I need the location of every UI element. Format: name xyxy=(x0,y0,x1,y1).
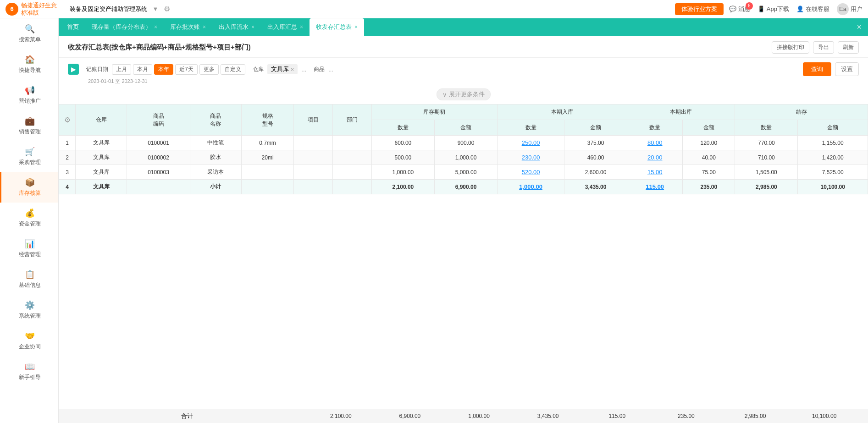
row-goods-name: 小计 xyxy=(190,180,241,194)
tab-stock-dist-close[interactable]: × xyxy=(154,24,157,30)
tab-recv-send-summary[interactable]: 收发存汇总表 × xyxy=(310,18,364,36)
out-qty-link[interactable]: 20.00 xyxy=(647,154,663,161)
row-in-qty: 1,000.00 xyxy=(498,180,564,194)
content-area: 首页 现存量（库存分布表） × 库存批次账 × 出入库流水 × 出入库汇总 × … xyxy=(59,18,868,423)
refresh-button[interactable]: 刷新 xyxy=(838,41,859,54)
table-settings-icon[interactable]: ⚙ xyxy=(64,116,71,124)
row-opening-qty: 2,100.00 xyxy=(371,180,434,194)
date-btn-last-month[interactable]: 上月 xyxy=(112,64,131,75)
col-closing-header: 结存 xyxy=(735,104,868,120)
system-info: 装备及固定资产辅助管理系统 ▼ ⚙ xyxy=(70,5,669,14)
in-qty-link[interactable]: 230.00 xyxy=(522,154,540,161)
row-out-qty: 15.00 xyxy=(627,165,683,180)
app-download-item[interactable]: 📱 App下载 xyxy=(757,5,789,13)
user-item[interactable]: Ea 用户 xyxy=(837,3,862,15)
sidebar-item-enterprise[interactable]: 🤝 企业协同 xyxy=(0,325,58,356)
tab-batch-ledger-close[interactable]: × xyxy=(203,24,206,30)
goods-filter-label: 商品 xyxy=(314,66,325,73)
filter-toggle-btn[interactable]: ▶ xyxy=(68,64,79,75)
tab-home[interactable]: 首页 xyxy=(61,18,85,36)
row-goods-spec: 20ml xyxy=(242,150,294,165)
in-qty-link[interactable]: 520.00 xyxy=(522,169,540,176)
main-layout: 🔍 搜索菜单 🏠 快捷导航 📢 营销推广 💼 销售管理 🛒 采购管理 📦 库存核… xyxy=(0,18,868,423)
date-btn-this-month[interactable]: 本月 xyxy=(133,64,152,75)
user-avatar: Ea xyxy=(837,3,849,15)
row-out-qty: 80.00 xyxy=(627,136,683,150)
sidebar-item-finance[interactable]: 💰 资金管理 xyxy=(0,203,58,233)
export-button[interactable]: 导出 xyxy=(813,41,834,54)
tab-in-out-summary-label: 出入库汇总 xyxy=(267,23,297,31)
logo: 6 畅捷通好生意 标准版 xyxy=(6,2,64,16)
sidebar-item-marketing[interactable]: 📢 营销推广 xyxy=(0,80,58,110)
date-btn-more[interactable]: 更多 xyxy=(199,64,219,75)
warehouse-filter-label: 仓库 xyxy=(253,66,264,73)
sidebar-item-system[interactable]: ⚙️ 系统管理 xyxy=(0,295,58,325)
warehouse-ellipsis[interactable]: ... xyxy=(301,66,306,73)
col-out-header: 本期出库 xyxy=(627,104,735,120)
row-closing-qty: 770.00 xyxy=(735,136,798,150)
query-button[interactable]: 查询 xyxy=(803,62,831,76)
basic-info-icon: 📋 xyxy=(25,269,35,280)
tab-in-out-summary[interactable]: 出入库汇总 × xyxy=(261,18,310,36)
sidebar-item-search[interactable]: 🔍 搜索菜单 xyxy=(0,18,58,49)
row-department xyxy=(332,150,371,165)
col-in-qty-header: 数量 xyxy=(498,120,564,136)
system-dropdown-icon[interactable]: ▼ xyxy=(151,5,160,14)
row-no: 4 xyxy=(59,180,76,194)
sidebar-item-basic-info[interactable]: 📋 基础信息 xyxy=(0,264,58,295)
date-btn-this-year[interactable]: 本年 xyxy=(154,64,173,75)
messages-item[interactable]: 💬 消息 6 xyxy=(729,5,750,13)
row-closing-qty: 710.00 xyxy=(735,150,798,165)
search-icon: 🔍 xyxy=(25,24,35,34)
page-header: 收发存汇总表(按仓库+商品编码+商品+规格型号+项目+部门) 拼接版打印 导出 … xyxy=(59,36,868,58)
col-goods-name-header: 商品名称 xyxy=(190,104,241,136)
date-filter-label: 记账日期 xyxy=(86,66,108,73)
settings-button[interactable]: 设置 xyxy=(835,62,859,76)
subtotal-in-qty-link[interactable]: 1,000.00 xyxy=(519,183,542,190)
sales-icon: 💼 xyxy=(25,116,35,126)
tab-in-out-flow-label: 出入库流水 xyxy=(219,23,249,31)
gear-icon[interactable]: ⚙ xyxy=(164,5,170,13)
expand-conditions-btn[interactable]: ∨ 展开更多条件 xyxy=(437,88,491,100)
date-btn-7days[interactable]: 近7天 xyxy=(175,64,198,75)
trial-button[interactable]: 体验行业方案 xyxy=(675,3,724,15)
row-in-qty: 230.00 xyxy=(498,150,564,165)
tab-in-out-flow[interactable]: 出入库流水 × xyxy=(212,18,261,36)
tab-in-out-summary-close[interactable]: × xyxy=(300,24,303,30)
col-warehouse-header: 仓库 xyxy=(76,104,127,136)
warehouse-tag: 文具库 × xyxy=(267,64,298,74)
subtotal-out-qty-link[interactable]: 115.00 xyxy=(646,183,664,190)
in-qty-link[interactable]: 250.00 xyxy=(522,139,540,146)
sidebar-item-operations[interactable]: 📊 经营管理 xyxy=(0,233,58,264)
row-project xyxy=(294,165,333,180)
print-button[interactable]: 拼接版打印 xyxy=(772,41,809,54)
sidebar-item-quick-nav[interactable]: 🏠 快捷导航 xyxy=(0,49,58,80)
tab-batch-ledger[interactable]: 库存批次账 × xyxy=(164,18,212,36)
row-goods-spec xyxy=(242,165,294,180)
chevron-down-icon: ∨ xyxy=(442,91,447,98)
goods-filter-group: 商品 ... xyxy=(314,66,333,73)
out-qty-link[interactable]: 80.00 xyxy=(647,139,663,146)
sidebar-item-purchase[interactable]: 🛒 采购管理 xyxy=(0,141,58,172)
date-btn-custom[interactable]: 自定义 xyxy=(221,64,245,75)
col-in-header: 本期入库 xyxy=(498,104,627,120)
row-department xyxy=(332,165,371,180)
goods-ellipsis[interactable]: ... xyxy=(328,66,333,73)
total-closing-amt: 10,100.00 xyxy=(790,413,859,419)
total-closing-qty: 2,985.00 xyxy=(721,413,790,419)
row-out-amt: 40.00 xyxy=(683,150,735,165)
sidebar-label-basic-info: 基础信息 xyxy=(19,281,41,289)
out-qty-link[interactable]: 15.00 xyxy=(647,169,663,176)
sidebar-item-sales[interactable]: 💼 销售管理 xyxy=(0,110,58,141)
sidebar-item-guide[interactable]: 📖 新手引导 xyxy=(0,356,58,387)
online-support-item[interactable]: 👤 在线客服 xyxy=(796,5,829,13)
sidebar-item-inventory[interactable]: 📦 库存核算 xyxy=(0,172,58,203)
warehouse-tag-close[interactable]: × xyxy=(291,66,294,73)
tab-in-out-flow-close[interactable]: × xyxy=(251,24,254,30)
sidebar-label-operations: 经营管理 xyxy=(19,251,41,258)
tabs-close-all[interactable]: × xyxy=(852,22,866,32)
row-department xyxy=(332,180,371,194)
row-opening-amt: 900.00 xyxy=(434,136,497,150)
tab-recv-send-summary-close[interactable]: × xyxy=(354,24,358,30)
tab-stock-dist[interactable]: 现存量（库存分布表） × xyxy=(85,18,164,36)
